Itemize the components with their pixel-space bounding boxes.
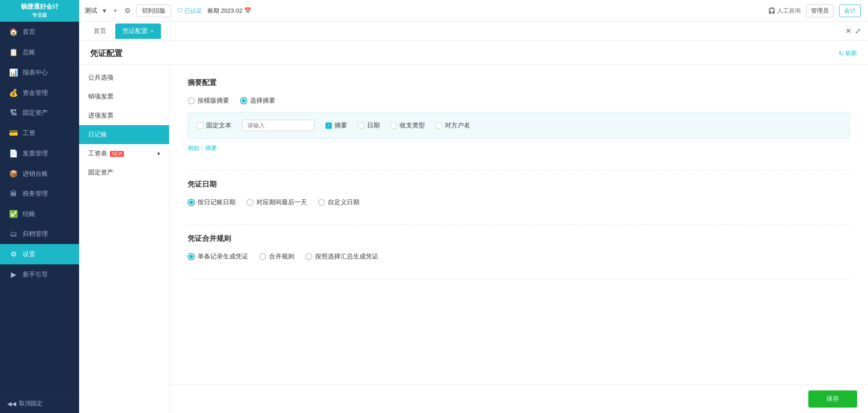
nav-public[interactable]: 公共选项	[79, 68, 169, 87]
sidebar-item-fund[interactable]: 💰 资金管理	[0, 83, 79, 103]
radio-journal-circle	[188, 199, 195, 206]
radio-select-summary[interactable]: 选择摘要	[240, 97, 275, 105]
page-header: 凭证配置 ↻ 刷新	[79, 41, 868, 65]
sidebar-item-archive[interactable]: 🗂 归档管理	[0, 224, 79, 244]
date-radio-group: 按日记账日期 对应期间最后一天 自定义日期	[188, 198, 850, 206]
archive-icon: 🗂	[9, 230, 18, 238]
divider-3	[188, 279, 850, 279]
radio-single-circle	[188, 253, 195, 260]
new-badge: NEW	[110, 151, 124, 157]
nav-purchase-invoice[interactable]: 进项发票	[79, 106, 169, 125]
checkbox-fixed-box	[197, 122, 203, 129]
nav-journal[interactable]: 日记账	[79, 125, 169, 144]
sidebar-item-salary[interactable]: 💳 工资	[0, 123, 79, 143]
radio-journal-date[interactable]: 按日记账日期	[188, 198, 236, 206]
project-name: 测试	[85, 7, 97, 15]
left-nav: 公共选项 销项发票 进项发票 日记账 工资表 NEW ▾	[79, 65, 170, 413]
radio-custom-date[interactable]: 自定义日期	[318, 198, 359, 206]
nav-sales-invoice[interactable]: 销项发票	[79, 87, 169, 106]
radio-single-record[interactable]: 单条记录生成凭证	[188, 253, 248, 261]
chevron-down-icon: ▾	[157, 150, 160, 157]
merge-section: 凭证合并规则 单条记录生成凭证 合并规则	[188, 234, 850, 261]
checkbox-counterpart[interactable]: 对方户名	[436, 122, 470, 130]
right-panel: 摘要配置 按模版摘要 选择摘要	[170, 65, 868, 385]
radio-custom-circle	[318, 199, 325, 206]
sidebar: 🏠 首页 📋 总账 📊 报表中心 💰 资金管理 🏗 固定资产	[0, 22, 79, 413]
save-btn[interactable]: 保存	[808, 390, 857, 408]
headset-icon: 🎧	[768, 7, 775, 14]
ledger-icon: 📋	[9, 48, 18, 56]
guide-icon: ▶	[9, 270, 18, 279]
asset-icon: 🏗	[9, 109, 18, 117]
dropdown-icon[interactable]: ▾	[103, 6, 106, 15]
radio-period-circle	[246, 199, 254, 206]
logo-sub: 专业版	[32, 12, 47, 19]
nav-fixed-asset[interactable]: 固定资产	[79, 163, 169, 182]
cancel-fixed-btn[interactable]: ◀◀ 取消固定	[0, 394, 79, 413]
radio-template-summary[interactable]: 按模版摘要	[188, 97, 229, 105]
fund-icon: 💰	[9, 89, 18, 97]
date-title: 凭证日期	[188, 180, 850, 189]
summary-radio-group: 按模版摘要 选择摘要	[188, 97, 850, 105]
sidebar-scroll: 🏠 首页 📋 总账 📊 报表中心 💰 资金管理 🏗 固定资产	[0, 22, 79, 394]
radio-select-circle	[240, 97, 247, 104]
summary-section: 摘要配置 按模版摘要 选择摘要	[188, 78, 850, 152]
switch-btn[interactable]: 切到旧版	[136, 5, 171, 17]
trade-icon: 📦	[9, 169, 18, 178]
consult-btn[interactable]: 🎧 人工咨询	[768, 7, 801, 15]
content-area: 首页 凭证配置 × ✕ ⤢ 凭证配置 ↻ 刷新	[79, 22, 868, 413]
admin-btn[interactable]: 管理员	[806, 5, 834, 17]
tab-voucher-config[interactable]: 凭证配置 ×	[115, 23, 161, 39]
checkbox-summary[interactable]: 摘要	[326, 122, 347, 130]
tab-bar: 首页 凭证配置 × ✕ ⤢	[79, 22, 868, 41]
home-icon: 🏠	[9, 28, 18, 36]
divider-1	[188, 170, 850, 171]
radio-aggregate[interactable]: 按照选择汇总生成凭证	[305, 253, 378, 261]
example-text: 例如：摘要	[188, 144, 850, 152]
checkbox-date-box	[358, 122, 364, 129]
radio-merge-rule[interactable]: 合并规则	[259, 253, 294, 261]
sidebar-item-asset[interactable]: 🏗 固定资产	[0, 103, 79, 123]
summary-title: 摘要配置	[188, 78, 850, 88]
sidebar-item-tax[interactable]: 🏛 税务管理	[0, 184, 79, 204]
sidebar-item-report[interactable]: 📊 报表中心	[0, 62, 79, 83]
period-label: 账期 2023-02 📅	[208, 7, 251, 15]
radio-period-last[interactable]: 对应期间最后一天	[246, 198, 307, 206]
merge-radio-group: 单条记录生成凭证 合并规则 按照选择汇总生成凭证	[188, 253, 850, 261]
top-header: 畅捷通好会计 专业版 测试 ▾ ＋ ⚙ 切到旧版 🛡 已认证 账期 2023-0…	[0, 0, 868, 22]
fixed-text-input[interactable]	[242, 120, 315, 131]
expand-tab-btn[interactable]: ⤢	[855, 27, 861, 35]
checkbox-payment-type[interactable]: 收支类型	[391, 122, 425, 130]
logo-area: 畅捷通好会计 专业版	[0, 0, 79, 22]
checkbox-date[interactable]: 日期	[358, 122, 380, 130]
add-icon[interactable]: ＋	[112, 6, 119, 15]
refresh-icon: ↻	[839, 50, 844, 57]
pin-icon: ◀◀	[7, 400, 16, 407]
report-icon: 📊	[9, 68, 18, 77]
checkbox-fixed-text[interactable]: 固定文本	[197, 122, 231, 130]
refresh-btn[interactable]: ↻ 刷新	[839, 49, 857, 57]
tab-home[interactable]: 首页	[86, 23, 113, 39]
nav-payroll[interactable]: 工资表 NEW ▾	[79, 144, 169, 163]
accountant-btn[interactable]: 会计	[839, 5, 861, 17]
verified-status: 🛡 已认证	[177, 7, 202, 15]
checkbox-summary-box	[326, 122, 332, 129]
sidebar-item-ledger[interactable]: 📋 总账	[0, 42, 79, 62]
sidebar-item-invoice[interactable]: 📄 发票管理	[0, 143, 79, 164]
sidebar-item-close[interactable]: ✅ 结账	[0, 204, 79, 224]
checkbox-counterpart-box	[436, 122, 442, 129]
close-tab-btn[interactable]: ✕	[845, 27, 851, 35]
sidebar-item-home[interactable]: 🏠 首页	[0, 22, 79, 42]
merge-title: 凭证合并规则	[188, 234, 850, 244]
salary-icon: 💳	[9, 129, 18, 137]
sidebar-item-settings[interactable]: ⚙ 设置	[0, 244, 79, 264]
date-section: 凭证日期 按日记账日期 对应期间最后一天	[188, 180, 850, 206]
sidebar-item-guide[interactable]: ▶ 新手引导	[0, 264, 79, 285]
header-right: 🎧 人工咨询 管理员 会计	[768, 5, 861, 17]
settings-icon[interactable]: ⚙	[124, 6, 131, 15]
tax-icon: 🏛	[9, 190, 18, 198]
tab-close-icon[interactable]: ×	[151, 28, 154, 34]
divider-2	[188, 225, 850, 225]
sidebar-item-trade[interactable]: 📦 进销台账	[0, 164, 79, 184]
radio-merge-circle	[259, 253, 266, 260]
